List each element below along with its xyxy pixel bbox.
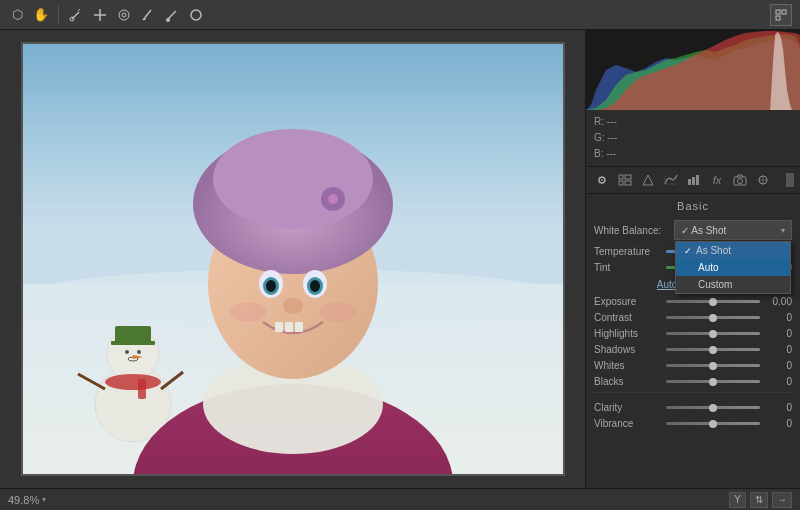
basic-title: Basic (594, 200, 792, 212)
clarity-slider[interactable] (666, 406, 760, 409)
exposure-label: Exposure (594, 296, 662, 307)
exposure-thumb[interactable] (709, 298, 717, 306)
whites-value: 0 (764, 360, 792, 371)
svg-rect-53 (625, 181, 631, 185)
canvas-area (0, 30, 585, 488)
tint-label: Tint (594, 262, 662, 273)
status-bar: 49.8% ▾ Y ⇅ → (0, 488, 800, 510)
highlights-slider[interactable] (666, 332, 760, 335)
clarity-value: 0 (764, 402, 792, 413)
blacks-thumb[interactable] (709, 378, 717, 386)
svg-point-5 (119, 10, 129, 20)
target-tool[interactable] (115, 6, 133, 24)
camera-icon[interactable] (730, 171, 750, 189)
r-value: --- (607, 116, 617, 127)
svg-marker-54 (643, 175, 653, 185)
grid-icon[interactable] (615, 171, 635, 189)
triangle-icon[interactable] (638, 171, 658, 189)
wb-option-auto[interactable]: Auto (676, 259, 790, 276)
svg-point-61 (738, 179, 743, 184)
exposure-value: 0.00 (764, 296, 792, 307)
blacks-label: Blacks (594, 376, 662, 387)
svg-line-0 (72, 12, 79, 19)
exposure-slider[interactable] (666, 300, 760, 303)
vibrance-label: Vibrance (594, 418, 662, 429)
white-balance-row: White Balance: ✓ As Shot ▾ ✓ As Shot Aut… (594, 220, 792, 240)
svg-point-11 (191, 10, 201, 20)
g-label: G: (594, 132, 605, 143)
bar-icon[interactable] (684, 171, 704, 189)
status-right: Y ⇅ → (729, 492, 792, 508)
contrast-slider[interactable] (666, 316, 760, 319)
wb-option-custom[interactable]: Custom (676, 276, 790, 293)
contrast-thumb[interactable] (709, 314, 717, 322)
fx-icon[interactable]: fx (707, 171, 727, 189)
hand-tool[interactable]: ✋ (32, 6, 50, 24)
zoom-display: 49.8% ▾ (8, 494, 46, 506)
temperature-label: Temperature (594, 246, 662, 257)
pointer-tool[interactable]: ⬡ (8, 6, 26, 24)
white-balance-dropdown[interactable]: ✓ As Shot ▾ ✓ As Shot Auto (674, 220, 792, 240)
g-value: --- (607, 132, 617, 143)
svg-rect-44 (285, 322, 293, 332)
brush-tool[interactable] (163, 6, 181, 24)
svg-point-10 (166, 18, 170, 22)
shadows-row: Shadows 0 (594, 344, 792, 355)
pen-tool[interactable] (139, 6, 157, 24)
whites-row: Whites 0 (594, 360, 792, 371)
b-value-row: B: --- (594, 146, 792, 162)
contrast-row: Contrast 0 (594, 312, 792, 323)
eyedropper-tool[interactable] (67, 6, 85, 24)
panel-toolbar: ⚙ (586, 166, 800, 194)
vibrance-thumb[interactable] (709, 420, 717, 428)
wb-dropdown-arrow: ▾ (781, 226, 785, 235)
blacks-slider[interactable] (666, 380, 760, 383)
arrows-button[interactable]: ⇅ (750, 492, 768, 508)
svg-rect-59 (696, 175, 699, 185)
whites-label: Whites (594, 360, 662, 371)
y-button[interactable]: Y (729, 492, 746, 508)
whites-slider[interactable] (666, 364, 760, 367)
zoom-value: 49.8% (8, 494, 39, 506)
exposure-row: Exposure 0.00 (594, 296, 792, 307)
svg-point-41 (266, 280, 276, 292)
photo-display (23, 44, 563, 474)
panel-collapse[interactable] (786, 173, 794, 187)
shadows-slider[interactable] (666, 348, 760, 351)
circle-tool[interactable] (187, 6, 205, 24)
vibrance-slider[interactable] (666, 422, 760, 425)
detail-icon[interactable] (753, 171, 773, 189)
shadows-label: Shadows (594, 344, 662, 355)
svg-point-34 (213, 129, 373, 229)
b-label: B: (594, 148, 603, 159)
svg-line-2 (78, 9, 80, 11)
contrast-label: Contrast (594, 312, 662, 323)
zoom-dropdown-arrow[interactable]: ▾ (42, 495, 46, 504)
svg-point-24 (125, 350, 129, 354)
expand-button[interactable] (770, 4, 792, 26)
svg-rect-23 (138, 379, 146, 399)
right-panel: R: --- G: --- B: --- ⚙ (585, 30, 800, 488)
vibrance-row: Vibrance 0 (594, 418, 792, 429)
healing-tool[interactable] (91, 6, 109, 24)
settings-icon[interactable]: ⚙ (592, 171, 612, 189)
whites-thumb[interactable] (709, 362, 717, 370)
clarity-row: Clarity 0 (594, 402, 792, 413)
svg-point-25 (137, 350, 141, 354)
b-value: --- (606, 148, 616, 159)
highlights-label: Highlights (594, 328, 662, 339)
r-value-row: R: --- (594, 114, 792, 130)
basic-panel: Basic White Balance: ✓ As Shot ▾ ✓ As Sh… (586, 194, 800, 488)
export-button[interactable]: → (772, 492, 792, 508)
separator (594, 392, 792, 398)
clarity-thumb[interactable] (709, 404, 717, 412)
wb-dropdown-menu: ✓ As Shot Auto Custom (675, 241, 791, 294)
contrast-value: 0 (764, 312, 792, 323)
svg-rect-12 (776, 10, 780, 14)
curve-icon[interactable] (661, 171, 681, 189)
tool-separator-1 (58, 6, 59, 24)
highlights-thumb[interactable] (709, 330, 717, 338)
wb-option-as-shot[interactable]: ✓ As Shot (676, 242, 790, 259)
g-value-row: G: --- (594, 130, 792, 146)
shadows-thumb[interactable] (709, 346, 717, 354)
